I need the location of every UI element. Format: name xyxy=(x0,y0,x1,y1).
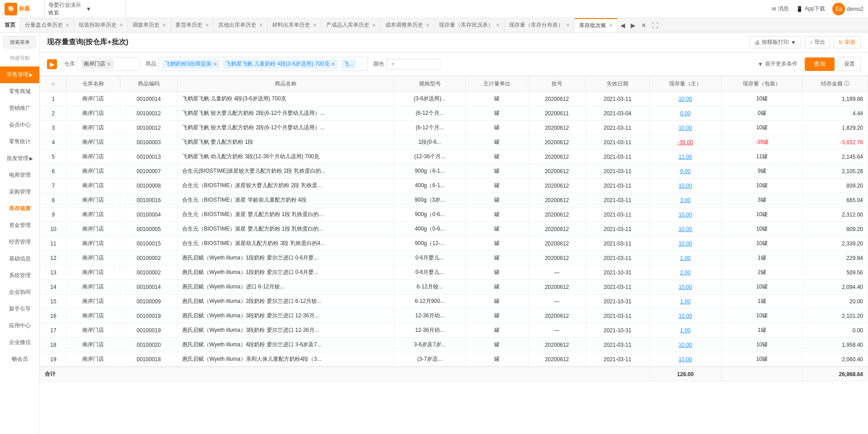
cell-name: 惠氏启赋（Wyeth illuma）3段奶粉 爱尔兰进口 12-36月... xyxy=(178,323,394,338)
tab-zuzhuangchaijian[interactable]: 组装拆卸单历史 ✕ xyxy=(74,18,128,33)
color-input[interactable]: ▼ xyxy=(386,59,440,70)
close-icon[interactable]: ✕ xyxy=(213,61,217,67)
sidebar-item-retail-shop[interactable]: 零售商城 xyxy=(2,84,38,99)
cell-warehouse: 南岸门店 xyxy=(66,236,120,251)
cell-code: 00100018 xyxy=(120,352,177,367)
logo-icon: 畅 xyxy=(5,3,17,15)
sidebar-item-finance[interactable]: 资金管理 xyxy=(2,218,38,233)
sidebar-nav-label[interactable]: 快捷导航 xyxy=(0,52,39,64)
tab-diaobodanls[interactable]: 调拨单历史 ✕ xyxy=(128,18,171,33)
logo-text: 标题 xyxy=(19,5,30,13)
tab-fenliangpandian[interactable]: 分量盘点单历史 ✕ xyxy=(20,18,74,33)
warehouse-input[interactable]: 南岸门店 ✕ ··· xyxy=(77,57,140,71)
sidebar-item-operation[interactable]: 经营管理 xyxy=(2,235,38,250)
sidebar-item-member[interactable]: 会员中心 xyxy=(2,118,38,132)
close-icon[interactable]: ✕ xyxy=(259,23,263,28)
warehouse-filter: 仓库 南岸门店 ✕ ··· xyxy=(64,57,140,71)
cell-spec: 6-12月900... xyxy=(394,294,466,309)
setting-button[interactable]: 设置 xyxy=(838,57,861,71)
cell-warehouse: 南岸门店 xyxy=(66,208,120,222)
cell-stock-main: 10.00 xyxy=(649,121,721,135)
expand-conditions-btn[interactable]: ▼ 展开更多条件 xyxy=(754,58,801,70)
sidebar-item-wholesale[interactable]: 批发管理 ▶ xyxy=(2,151,38,166)
sidebar-divider xyxy=(4,65,36,66)
color-label: 颜色 xyxy=(373,60,384,68)
sidebar-item-member2[interactable]: 畅会员 xyxy=(2,352,38,367)
tab-chengben[interactable]: 成本调整单历史 ✕ xyxy=(381,18,434,33)
close-icon[interactable]: ✕ xyxy=(331,61,335,67)
close-icon[interactable]: ✕ xyxy=(609,23,613,28)
close-icon[interactable]: ✕ xyxy=(566,23,570,28)
message-btn[interactable]: ✉ 消息 xyxy=(772,5,789,13)
product-input[interactable]: 飞鹤奶粉3段两提装 ✕ 飞鹤星飞帆 儿童奶粉 4段(3-6岁适用) 700克 ✕… xyxy=(158,57,368,71)
tab-home[interactable]: 首页 xyxy=(0,18,20,33)
sidebar-item-system[interactable]: 系统管理 xyxy=(2,268,38,283)
cell-stock-pkg: 1罐 xyxy=(722,323,803,338)
cell-batch: 20200612 xyxy=(528,135,585,150)
cell-spec: (3-7岁适... xyxy=(394,352,466,367)
sidebar-item-purchase[interactable]: 采购管理 xyxy=(2,184,38,199)
close-icon[interactable]: ✕ xyxy=(205,23,209,28)
sidebar-item-wechat[interactable]: 企业微信 xyxy=(2,335,38,350)
sidebar-item-marketing[interactable]: 营销推广 xyxy=(2,101,38,116)
close-icon[interactable]: ✕ xyxy=(496,23,500,28)
org-selector[interactable]: 母婴行业演示账套 ▼ xyxy=(44,0,126,19)
export-button[interactable]: ↑ 导出 xyxy=(805,36,830,48)
sidebar-item-base[interactable]: 基础信息 xyxy=(2,251,38,266)
tab-yaohuo[interactable]: 要货单历史 ✕ xyxy=(171,18,214,33)
search-menu-btn[interactable]: 搜索菜单 xyxy=(4,36,36,48)
cell-no: 6 xyxy=(40,164,67,179)
cell-amount: 1,829.20 xyxy=(802,121,868,135)
cell-code: 00100009 xyxy=(120,294,177,309)
user-profile[interactable]: Ea demo2 xyxy=(832,3,863,15)
search-button[interactable]: 查询 xyxy=(805,57,835,71)
sidebar-search-section: 搜索菜单 xyxy=(0,33,39,52)
refresh-button[interactable]: ↻ 刷新 xyxy=(834,36,861,48)
tab-more[interactable]: ✕ xyxy=(638,18,649,33)
close-icon[interactable]: ✕ xyxy=(107,61,111,67)
cell-no: 1 xyxy=(40,92,67,106)
print-button[interactable]: 🖨 按模板打印 ▼ xyxy=(750,36,801,48)
close-icon[interactable]: ✕ xyxy=(372,23,376,28)
cell-expire: 2021-03-11 xyxy=(585,309,649,323)
sidebar-item-inventory[interactable]: 库存核算 xyxy=(2,201,38,216)
tab-expand[interactable]: ⛶ xyxy=(649,18,661,33)
tab-cailiao-chu[interactable]: 材料出库单历史 ✕ xyxy=(268,18,321,33)
close-icon[interactable]: ✕ xyxy=(162,23,166,28)
cell-spec: 12-36月幼... xyxy=(394,323,466,338)
download-btn[interactable]: 📱 App下载 xyxy=(796,5,825,13)
footer-stock-pkg xyxy=(722,367,803,382)
sidebar-item-retail-stats[interactable]: 零售统计 xyxy=(2,134,38,149)
top-right-actions: ✉ 消息 📱 App下载 Ea demo2 xyxy=(772,3,863,15)
cell-code: 00100002 xyxy=(120,265,177,280)
table-header-row: ☆ 仓库名称 商品编码 商品名称 规格型号 主计量单位 批号 失效日期 现存量（… xyxy=(40,76,868,92)
cell-amount: 2,094.40 xyxy=(802,280,868,294)
close-icon[interactable]: ✕ xyxy=(119,23,123,28)
tab-kucun-pici[interactable]: 库存批次账 ✕ xyxy=(575,18,618,33)
table-row: 3 南岸门店 00100012 飞鹤星飞帆 较大婴儿配方奶粉 2段(6-12个月… xyxy=(40,121,868,135)
cell-stock-main: 1.00 xyxy=(649,323,721,338)
tab-xiancun-status[interactable]: 现存量（库存状况表） ✕ xyxy=(434,18,505,33)
sidebar-item-ecommerce[interactable]: 电商管理 xyxy=(2,168,38,183)
cell-warehouse: 南岸门店 xyxy=(66,121,120,135)
close-icon[interactable]: ✕ xyxy=(426,23,429,28)
expand-sidebar-btn[interactable]: ▶ xyxy=(47,59,57,69)
tab-scroll-left[interactable]: ◀ xyxy=(618,18,628,33)
cell-name: 惠氏启赋（Wyeth illuma）3段奶粉 爱尔兰进口 12-36月... xyxy=(178,309,394,323)
cell-no: 3 xyxy=(40,121,67,135)
tab-xiancun-dist[interactable]: 现存量（库存分布表） ✕ xyxy=(505,18,575,33)
sidebar-item-guide[interactable]: 新手引导 xyxy=(2,302,38,316)
sidebar-item-enterprise[interactable]: 企业协同 xyxy=(2,285,38,300)
tab-qita-chu[interactable]: 其他出库单历史 ✕ xyxy=(214,18,268,33)
close-icon[interactable]: ✕ xyxy=(66,23,69,28)
cell-unit: 罐 xyxy=(466,150,528,164)
sidebar-item-retail[interactable]: 零售管理 ▶ xyxy=(0,66,39,83)
table-row: 5 南岸门店 00100013 飞鹤星飞帆 幼儿配方奶粉 3段(12-36个月幼… xyxy=(40,150,868,164)
sidebar-item-appstore[interactable]: 应用中心 xyxy=(2,318,38,333)
export-icon: ↑ xyxy=(810,39,812,46)
cell-stock-main: 10.00 xyxy=(649,338,721,352)
close-icon[interactable]: ✕ xyxy=(313,23,316,28)
tab-chengpin-ru[interactable]: 产成品入库单历史 ✕ xyxy=(321,18,381,33)
tab-scroll-right[interactable]: ▶ xyxy=(628,18,638,33)
col-batch: 批号 xyxy=(528,76,585,92)
